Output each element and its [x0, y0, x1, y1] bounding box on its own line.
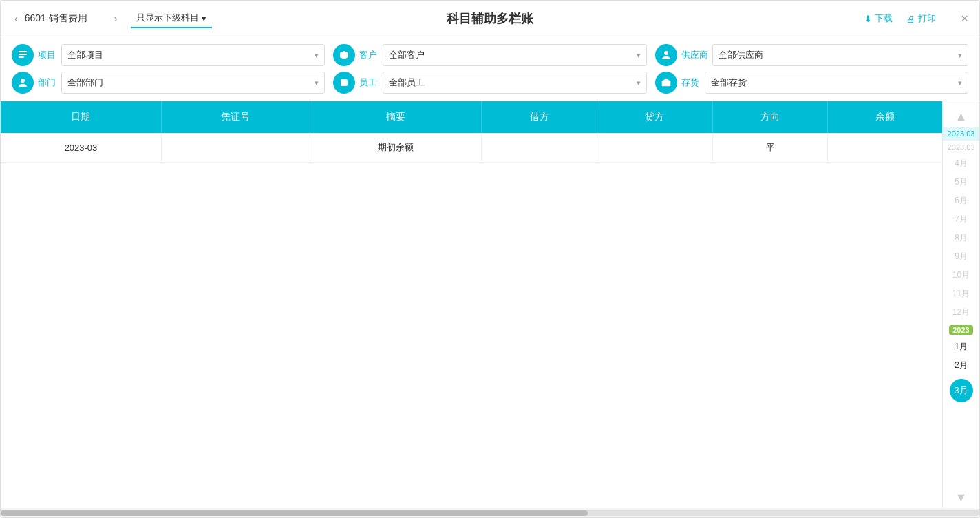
page-title: 科目辅助多栏账	[447, 10, 533, 27]
filter-customer: 客户 全部客户 ▾	[333, 44, 646, 66]
project-label: 项目	[38, 49, 57, 61]
table-header-row: 日期 凭证号 摘要 借方 贷方 方向 余额	[1, 101, 942, 133]
sidebar-up-button[interactable]: ▲	[952, 107, 970, 127]
table-container: 日期 凭证号 摘要 借方 贷方 方向 余额 2023-03 期初余额	[1, 101, 942, 508]
data-table: 日期 凭证号 摘要 借方 贷方 方向 余额 2023-03 期初余额	[1, 101, 942, 163]
sidebar-month-1[interactable]: 1月	[943, 338, 979, 356]
col-balance: 余额	[828, 101, 942, 133]
project-select[interactable]: 全部项目 ▾	[61, 44, 325, 66]
bottom-scrollbar[interactable]	[1, 508, 979, 517]
account-code: 6601 销售费用	[25, 12, 107, 25]
sidebar-item-2023-03-top[interactable]: 2023.03	[943, 127, 979, 141]
download-button[interactable]: ⬇ 下载	[864, 12, 893, 26]
department-select[interactable]: 全部部门 ▾	[61, 72, 325, 94]
employee-arrow: ▾	[637, 79, 641, 87]
prev-button[interactable]: ‹	[12, 12, 21, 25]
nav-area: ‹ 6601 销售费用 › 只显示下级科目 ▾	[12, 9, 212, 28]
right-sidebar: ▲ 2023.03 2023.03 4月 5月 6月 7月 8月 9月 10月 …	[942, 101, 979, 508]
table-row: 2023-03 期初余额 平	[1, 133, 942, 163]
current-month-circle: 3月	[950, 379, 973, 402]
filter-row-1: 项目 全部项目 ▾ 客户 全部客户 ▾	[12, 44, 968, 66]
customer-arrow: ▾	[637, 51, 641, 60]
col-credit: 贷方	[597, 101, 713, 133]
employee-label: 员工	[359, 76, 379, 89]
sidebar-down-button[interactable]: ▼	[952, 488, 970, 508]
customer-select[interactable]: 全部客户 ▾	[383, 44, 646, 66]
cell-direction: 平	[712, 133, 828, 163]
year-tag: 2023	[949, 325, 972, 335]
show-sub-button[interactable]: 只显示下级科目 ▾	[131, 9, 212, 28]
cell-summary: 期初余额	[310, 133, 482, 163]
filter-row-2: 部门 全部部门 ▾ 员工 全部员工 ▾	[12, 72, 968, 94]
supplier-icon	[655, 44, 677, 66]
svg-rect-1	[19, 54, 27, 55]
main-window: ‹ 6601 销售费用 › 只显示下级科目 ▾ 科目辅助多栏账 ⬇ 下载 🖨 打…	[0, 0, 980, 518]
sidebar-month-8[interactable]: 8月	[943, 229, 979, 247]
supplier-arrow: ▾	[958, 51, 962, 60]
col-date: 日期	[1, 101, 161, 133]
print-icon: 🖨	[906, 14, 915, 24]
svg-point-4	[21, 79, 25, 83]
close-button[interactable]: ×	[961, 12, 968, 26]
print-button[interactable]: 🖨 打印	[906, 12, 936, 26]
inventory-icon	[655, 72, 677, 94]
sidebar-month-9[interactable]: 9月	[943, 247, 979, 266]
employee-select[interactable]: 全部员工 ▾	[383, 72, 646, 94]
sidebar-year-badge[interactable]: 2023	[949, 324, 972, 335]
scrollbar-thumb	[1, 510, 588, 516]
cell-credit	[597, 133, 713, 163]
supplier-label: 供应商	[681, 49, 708, 61]
customer-label: 客户	[359, 49, 379, 61]
sidebar-month-4[interactable]: 4月	[943, 154, 979, 173]
filter-bar: 项目 全部项目 ▾ 客户 全部客户 ▾	[1, 37, 979, 101]
svg-rect-0	[19, 51, 27, 52]
sidebar-month-11[interactable]: 11月	[943, 284, 979, 303]
sidebar-month-2[interactable]: 2月	[943, 356, 979, 375]
col-summary: 摘要	[310, 101, 482, 133]
sidebar-item-2023-03-second[interactable]: 2023.03	[943, 141, 979, 154]
svg-rect-2	[19, 56, 24, 58]
col-debit: 借方	[482, 101, 597, 133]
sidebar-month-6[interactable]: 6月	[943, 191, 979, 210]
filter-employee: 员工 全部员工 ▾	[333, 72, 646, 94]
filter-department: 部门 全部部门 ▾	[12, 72, 325, 94]
customer-icon	[333, 44, 355, 66]
supplier-select[interactable]: 全部供应商 ▾	[712, 44, 968, 66]
filter-supplier: 供应商 全部供应商 ▾	[655, 44, 968, 66]
cell-debit	[482, 133, 597, 163]
scrollbar-track	[1, 510, 979, 516]
svg-point-3	[664, 51, 668, 55]
sidebar-month-7[interactable]: 7月	[943, 210, 979, 229]
employee-icon	[333, 72, 355, 94]
sidebar-month-10[interactable]: 10月	[943, 266, 979, 284]
title-bar: ‹ 6601 销售费用 › 只显示下级科目 ▾ 科目辅助多栏账 ⬇ 下载 🖨 打…	[1, 1, 979, 37]
department-label: 部门	[38, 76, 57, 89]
sidebar-month-5[interactable]: 5月	[943, 173, 979, 191]
svg-rect-5	[341, 79, 348, 86]
next-button[interactable]: ›	[111, 12, 120, 25]
project-arrow: ▾	[315, 51, 319, 60]
filter-project: 项目 全部项目 ▾	[12, 44, 325, 66]
cell-date: 2023-03	[1, 133, 161, 163]
download-icon: ⬇	[864, 14, 872, 24]
sidebar-current-month[interactable]: 3月	[950, 377, 973, 404]
inventory-label: 存货	[681, 76, 701, 89]
col-direction: 方向	[712, 101, 828, 133]
header-actions: ⬇ 下载 🖨 打印 ×	[864, 12, 968, 26]
filter-inventory: 存货 全部存货 ▾	[655, 72, 968, 94]
sidebar-month-12[interactable]: 12月	[943, 303, 979, 322]
inventory-select[interactable]: 全部存货 ▾	[705, 72, 968, 94]
cell-voucher	[161, 133, 310, 163]
col-voucher: 凭证号	[161, 101, 310, 133]
department-icon	[12, 72, 34, 94]
project-icon	[12, 44, 34, 66]
cell-balance	[828, 133, 942, 163]
department-arrow: ▾	[315, 79, 319, 87]
inventory-arrow: ▾	[958, 79, 962, 87]
